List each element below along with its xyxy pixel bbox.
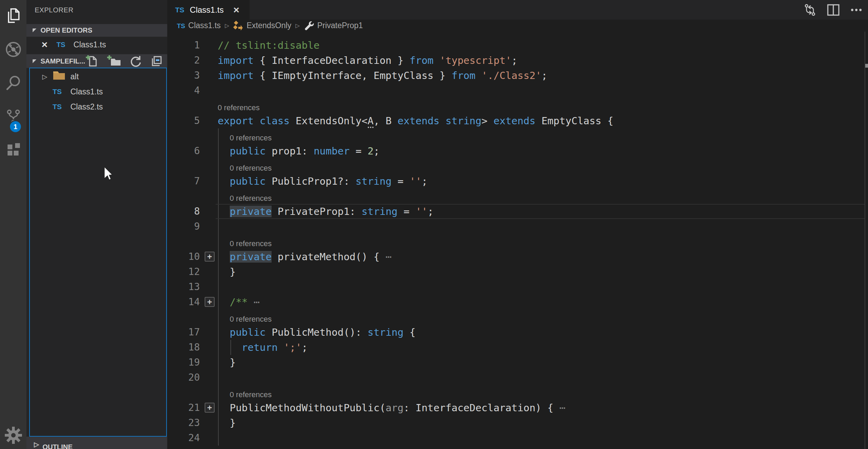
line-number: 23 bbox=[167, 415, 200, 430]
code-text: private privateMethod() { ⋯ bbox=[218, 249, 391, 264]
close-icon[interactable]: × bbox=[42, 39, 48, 50]
ts-file-icon: TS bbox=[175, 6, 184, 14]
code-line[interactable]: 2import { InterfaceDeclaration } from 't… bbox=[167, 53, 868, 68]
codelens-row[interactable]: 0 references bbox=[167, 128, 868, 143]
twistie-expanded-icon bbox=[33, 28, 36, 32]
code-rows: 1// tslint:disable2import { InterfaceDec… bbox=[167, 38, 868, 446]
tree-item-class2-ts[interactable]: TSClass2.ts bbox=[30, 99, 166, 114]
tab-bar: TS Class1.ts × bbox=[167, 0, 868, 20]
tree-item-class1-ts[interactable]: TSClass1.ts bbox=[30, 84, 166, 99]
breadcrumb-item[interactable]: ExtendsOnly bbox=[233, 21, 291, 31]
code-line[interactable]: 18 return ';'; bbox=[167, 340, 868, 355]
codelens-references[interactable]: 0 references bbox=[230, 194, 272, 203]
breadcrumb-label: PrivateProp1 bbox=[317, 21, 363, 30]
code-line[interactable]: 20 bbox=[167, 370, 868, 385]
codelens-references[interactable]: 0 references bbox=[230, 239, 272, 248]
breadcrumb-item[interactable]: TSClass1.ts bbox=[177, 21, 221, 30]
tree-item-label: alt bbox=[70, 72, 79, 81]
codelens-references[interactable]: 0 references bbox=[230, 390, 272, 399]
line-number: 24 bbox=[167, 430, 200, 446]
codelens-row[interactable]: 0 references bbox=[167, 98, 868, 113]
code-line[interactable]: 5export class ExtendsOnly<A, B extends s… bbox=[167, 113, 868, 128]
tab-label: Class1.ts bbox=[190, 5, 224, 15]
line-number: 18 bbox=[167, 340, 200, 355]
code-line[interactable]: 4 bbox=[167, 83, 868, 98]
code-line[interactable]: 12 } bbox=[167, 264, 868, 279]
code-line[interactable]: 14+ /** ⋯ bbox=[167, 295, 868, 310]
code-line[interactable]: 3import { IEmptyInterface, EmptyClass } … bbox=[167, 68, 868, 83]
search-activity-button[interactable] bbox=[0, 67, 26, 100]
code-line[interactable]: 7 public PublicProp1?: string = ''; bbox=[167, 174, 868, 189]
open-changes-icon[interactable] bbox=[803, 3, 816, 16]
overview-ruler[interactable] bbox=[865, 32, 865, 449]
more-actions-icon[interactable] bbox=[850, 4, 863, 16]
tree-item-label: Class2.ts bbox=[70, 102, 103, 112]
code-line[interactable]: 6 public prop1: number = 2; bbox=[167, 143, 868, 159]
editor-group: TS Class1.ts × bbox=[167, 0, 868, 449]
code-text: } bbox=[218, 415, 236, 430]
close-icon[interactable]: × bbox=[233, 5, 240, 15]
vscode-window: { "colors": { "accent_focus_border": "#1… bbox=[0, 0, 868, 449]
new-file-icon[interactable] bbox=[85, 54, 99, 68]
line-number: 2 bbox=[167, 53, 200, 68]
fold-expand-icon[interactable]: + bbox=[205, 403, 215, 413]
open-editor-item[interactable]: × TS Class1.ts bbox=[26, 37, 167, 53]
codelens-references[interactable]: 0 references bbox=[230, 315, 272, 324]
fold-expand-icon[interactable]: + bbox=[205, 252, 215, 262]
codelens-row[interactable]: 0 references bbox=[167, 189, 868, 204]
codelens-row[interactable]: 0 references bbox=[167, 234, 868, 249]
files-icon bbox=[5, 7, 22, 26]
code-line[interactable]: 8 private PrivateProp1: string = ''; bbox=[167, 204, 868, 219]
codelens-references[interactable]: 0 references bbox=[230, 134, 272, 142]
activity-bar: 1 bbox=[0, 0, 26, 449]
code-line[interactable]: 23 } bbox=[167, 415, 868, 430]
breadcrumb-item[interactable]: PrivateProp1 bbox=[304, 21, 363, 31]
code-text: } bbox=[218, 355, 236, 370]
folder-section-header[interactable]: SAMPLEFIL... bbox=[26, 54, 167, 68]
explorer-activity-button[interactable] bbox=[0, 0, 26, 33]
split-editor-icon[interactable] bbox=[827, 4, 840, 16]
code-text: public PublicMethod(): string { bbox=[218, 325, 415, 340]
collapse-all-icon[interactable] bbox=[150, 54, 163, 68]
code-line[interactable]: 17 public PublicMethod(): string { bbox=[167, 325, 868, 340]
code-line[interactable]: 21+ PublicMethodWithoutPublic(arg: Inter… bbox=[167, 400, 868, 415]
code-line[interactable]: 19 } bbox=[167, 355, 868, 370]
line-number: 3 bbox=[167, 68, 200, 83]
code-line[interactable]: 10+ private privateMethod() { ⋯ bbox=[167, 249, 868, 264]
codelens-references[interactable]: 0 references bbox=[218, 103, 260, 112]
extensions-activity-button[interactable] bbox=[0, 135, 26, 168]
code-line[interactable]: 9 bbox=[167, 219, 868, 234]
codelens-row[interactable]: 0 references bbox=[167, 385, 868, 400]
line-number: 13 bbox=[167, 279, 200, 295]
line-number: 5 bbox=[167, 113, 200, 128]
code-line[interactable]: 24 bbox=[167, 430, 868, 446]
tab-class1[interactable]: TS Class1.ts × bbox=[167, 0, 250, 20]
code-line[interactable]: 13 bbox=[167, 279, 868, 295]
file-tree[interactable]: ▷altTSClass1.tsTSClass2.ts bbox=[29, 68, 167, 437]
code-line[interactable]: 1// tslint:disable bbox=[167, 38, 868, 53]
line-number: 12 bbox=[167, 264, 200, 279]
manage-button[interactable] bbox=[0, 423, 26, 449]
outline-section-header[interactable]: ▷ OUTLINE bbox=[26, 437, 167, 449]
settings-gear-icon bbox=[4, 426, 22, 446]
line-number: 9 bbox=[167, 219, 200, 234]
breadcrumb[interactable]: TSClass1.ts▷ExtendsOnly▷PrivateProp1 bbox=[167, 20, 868, 32]
refresh-icon[interactable] bbox=[128, 54, 142, 68]
code-area[interactable]: 1// tslint:disable2import { InterfaceDec… bbox=[167, 32, 868, 449]
codelens-row[interactable]: 0 references bbox=[167, 310, 868, 325]
fold-expand-icon[interactable]: + bbox=[205, 297, 215, 307]
tree-item-alt[interactable]: ▷alt bbox=[30, 69, 166, 84]
code-text: public PublicProp1?: string = ''; bbox=[218, 174, 427, 189]
folder-icon bbox=[53, 70, 66, 83]
code-text: } bbox=[218, 264, 236, 279]
line-number: 7 bbox=[167, 174, 200, 189]
debug-activity-button[interactable] bbox=[0, 34, 26, 67]
new-folder-icon[interactable] bbox=[106, 54, 121, 68]
line-number: 21 bbox=[167, 400, 200, 415]
line-number: 10 bbox=[167, 249, 200, 264]
codelens-references[interactable]: 0 references bbox=[230, 164, 272, 173]
codelens-row[interactable]: 0 references bbox=[167, 159, 868, 174]
open-editors-section-header[interactable]: OPEN EDITORS bbox=[26, 24, 167, 37]
code-text: PublicMethodWithoutPublic(arg: Interface… bbox=[218, 400, 566, 415]
line-number: 1 bbox=[167, 38, 200, 53]
